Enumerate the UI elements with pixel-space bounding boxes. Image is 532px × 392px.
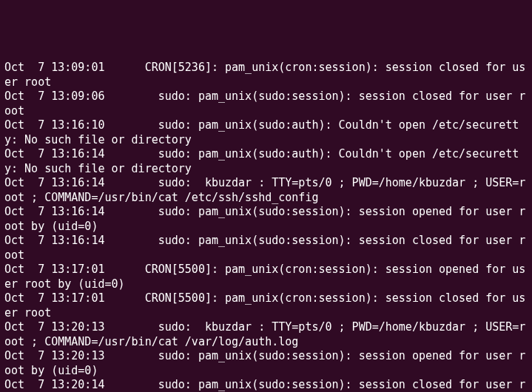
terminal-log-output: Oct 7 13:09:01 CRON[5236]: pam_unix(cron… (4, 61, 528, 392)
